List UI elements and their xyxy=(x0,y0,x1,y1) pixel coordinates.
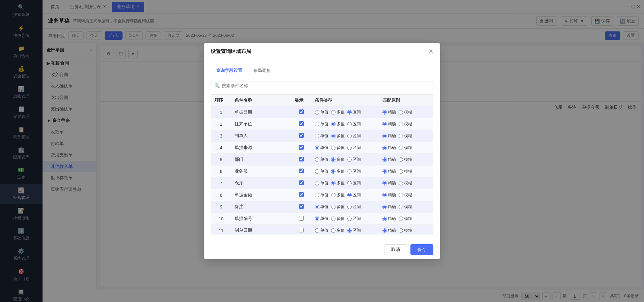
cell-type[interactable]: 单值多值区间 xyxy=(312,130,379,142)
match-radio-模糊[interactable] xyxy=(399,146,403,150)
match-radio-精确[interactable] xyxy=(382,146,387,150)
cell-display[interactable] xyxy=(291,201,312,213)
cell-display[interactable] xyxy=(291,154,312,166)
type-radio-多值[interactable] xyxy=(331,134,336,138)
display-checkbox[interactable] xyxy=(299,204,304,209)
type-radio-单值[interactable] xyxy=(315,134,319,138)
display-checkbox[interactable] xyxy=(299,169,304,173)
cell-match[interactable]: 精确模糊 xyxy=(379,142,433,154)
display-checkbox[interactable] xyxy=(299,180,304,185)
cell-type[interactable]: 单值多值区间 xyxy=(312,166,379,177)
cell-match[interactable]: 精确模糊 xyxy=(379,225,433,235)
display-checkbox[interactable] xyxy=(299,228,304,232)
type-radio-多值[interactable] xyxy=(331,146,336,150)
cell-match[interactable]: 精确模糊 xyxy=(379,189,433,201)
cell-display[interactable] xyxy=(291,213,312,225)
type-radio-单值[interactable] xyxy=(315,193,319,197)
type-radio-区间[interactable] xyxy=(347,146,352,150)
type-radio-多值[interactable] xyxy=(331,205,336,209)
cell-type[interactable]: 单值多值区间 xyxy=(312,189,379,201)
cell-type[interactable]: 单值多值区间 xyxy=(312,213,379,225)
type-radio-多值[interactable] xyxy=(331,228,336,233)
cell-type[interactable]: 单值多值区间 xyxy=(312,177,379,189)
type-radio-区间[interactable] xyxy=(347,110,352,115)
match-radio-精确[interactable] xyxy=(382,217,387,221)
cell-display[interactable] xyxy=(291,106,312,118)
cell-display[interactable] xyxy=(291,118,312,130)
modal-search-box[interactable]: 🔍 xyxy=(211,81,433,90)
type-radio-单值[interactable] xyxy=(315,122,319,126)
match-radio-模糊[interactable] xyxy=(399,110,403,115)
type-radio-单值[interactable] xyxy=(315,146,319,150)
display-checkbox[interactable] xyxy=(299,133,304,138)
modal-tab-layout[interactable]: 布局调整 xyxy=(248,66,276,76)
type-radio-多值[interactable] xyxy=(331,217,336,221)
display-checkbox[interactable] xyxy=(299,121,304,126)
type-radio-区间[interactable] xyxy=(347,169,352,174)
type-radio-区间[interactable] xyxy=(347,122,352,126)
match-radio-精确[interactable] xyxy=(382,205,387,209)
cell-type[interactable]: 单值多值区间 xyxy=(312,106,379,118)
cell-match[interactable]: 精确模糊 xyxy=(379,154,433,166)
match-radio-精确[interactable] xyxy=(382,157,387,162)
type-radio-多值[interactable] xyxy=(331,193,336,197)
cell-type[interactable]: 单值多值区间 xyxy=(312,154,379,166)
type-radio-区间[interactable] xyxy=(347,205,352,209)
cell-display[interactable] xyxy=(291,225,312,235)
type-radio-单值[interactable] xyxy=(315,228,319,233)
type-radio-区间[interactable] xyxy=(347,217,352,221)
display-checkbox[interactable] xyxy=(299,192,304,197)
type-radio-区间[interactable] xyxy=(347,228,352,233)
match-radio-精确[interactable] xyxy=(382,169,387,174)
match-radio-模糊[interactable] xyxy=(399,193,403,197)
cell-type[interactable]: 单值多值区间 xyxy=(312,142,379,154)
cell-match[interactable]: 精确模糊 xyxy=(379,213,433,225)
match-radio-精确[interactable] xyxy=(382,110,387,115)
type-radio-区间[interactable] xyxy=(347,157,352,162)
type-radio-多值[interactable] xyxy=(331,122,336,126)
cell-match[interactable]: 精确模糊 xyxy=(379,130,433,142)
display-checkbox[interactable] xyxy=(299,145,304,150)
cell-match[interactable]: 精确模糊 xyxy=(379,177,433,189)
type-radio-区间[interactable] xyxy=(347,134,352,138)
cell-match[interactable]: 精确模糊 xyxy=(379,118,433,130)
match-radio-精确[interactable] xyxy=(382,228,387,233)
cell-match[interactable]: 精确模糊 xyxy=(379,201,433,213)
cell-display[interactable] xyxy=(291,166,312,177)
match-radio-模糊[interactable] xyxy=(399,228,403,233)
type-radio-多值[interactable] xyxy=(331,157,336,162)
match-radio-精确[interactable] xyxy=(382,134,387,138)
cell-match[interactable]: 精确模糊 xyxy=(379,106,433,118)
cell-display[interactable] xyxy=(291,189,312,201)
cell-match[interactable]: 精确模糊 xyxy=(379,166,433,177)
cell-type[interactable]: 单值多值区间 xyxy=(312,225,379,235)
modal-save-button[interactable]: 保存 xyxy=(410,244,433,255)
type-radio-单值[interactable] xyxy=(315,110,319,115)
display-checkbox[interactable] xyxy=(299,216,304,221)
display-checkbox[interactable] xyxy=(299,109,304,114)
cell-type[interactable]: 单值多值区间 xyxy=(312,118,379,130)
type-radio-单值[interactable] xyxy=(315,181,319,185)
cell-type[interactable]: 单值多值区间 xyxy=(312,201,379,213)
type-radio-单值[interactable] xyxy=(315,157,319,162)
display-checkbox[interactable] xyxy=(299,157,304,161)
type-radio-单值[interactable] xyxy=(315,205,319,209)
type-radio-单值[interactable] xyxy=(315,217,319,221)
modal-close-button[interactable]: ✕ xyxy=(428,48,433,55)
match-radio-模糊[interactable] xyxy=(399,205,403,209)
match-radio-精确[interactable] xyxy=(382,193,387,197)
match-radio-模糊[interactable] xyxy=(399,169,403,174)
modal-tab-fields[interactable]: 查询字段设置 xyxy=(211,66,248,76)
match-radio-精确[interactable] xyxy=(382,122,387,126)
type-radio-多值[interactable] xyxy=(331,169,336,174)
type-radio-多值[interactable] xyxy=(331,181,336,185)
match-radio-精确[interactable] xyxy=(382,181,387,185)
type-radio-多值[interactable] xyxy=(331,110,336,115)
type-radio-单值[interactable] xyxy=(315,169,319,174)
cell-display[interactable] xyxy=(291,177,312,189)
match-radio-模糊[interactable] xyxy=(399,181,403,185)
match-radio-模糊[interactable] xyxy=(399,217,403,221)
type-radio-区间[interactable] xyxy=(347,193,352,197)
cell-display[interactable] xyxy=(291,130,312,142)
match-radio-模糊[interactable] xyxy=(399,157,403,162)
